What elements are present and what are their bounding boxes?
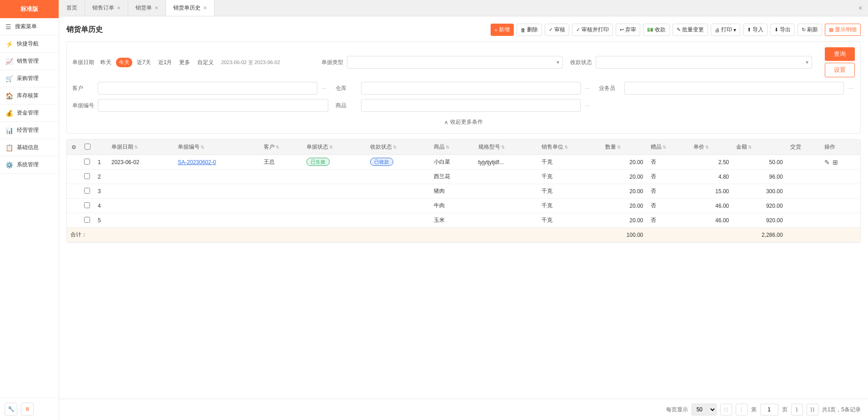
filter-goods-dots[interactable]: ···: [583, 102, 592, 109]
print-button[interactable]: 🖨 打印 ▾: [711, 24, 740, 36]
row-checkbox[interactable]: [84, 173, 90, 179]
sidebar-item-fund-mgmt[interactable]: 💰 资金管理: [0, 105, 59, 122]
filter-docnum-input[interactable]: [98, 99, 328, 112]
batch-change-button[interactable]: ✎ 批量变更: [672, 24, 708, 36]
sidebar-item-basic-info[interactable]: 📋 基础信息: [0, 139, 59, 156]
date-shortcut-custom[interactable]: 自定义: [195, 58, 216, 67]
tab-sales-order[interactable]: 销售订单 ✕: [85, 0, 128, 16]
cell-doc-number[interactable]: SA-20230602-0: [174, 155, 260, 170]
th-customer[interactable]: 客户⇅: [260, 140, 303, 155]
date-shortcut-today[interactable]: 今天: [116, 58, 132, 67]
tab-sales-goods[interactable]: 销货单 ✕: [128, 0, 166, 16]
th-quantity[interactable]: 数量⇅: [602, 140, 647, 155]
next-page-btn[interactable]: ⟩: [791, 404, 803, 415]
more-icon[interactable]: ⊞: [833, 159, 838, 166]
filter-customer-dots[interactable]: ···: [320, 85, 328, 91]
refresh-button[interactable]: ↻ 刷新: [798, 24, 822, 36]
doc-number-link[interactable]: SA-20230602-0: [178, 159, 216, 165]
filter-customer-item: 客户 ···: [72, 82, 328, 95]
query-button[interactable]: 查询: [825, 47, 855, 61]
th-doc-status[interactable]: 单据状态⇅: [303, 140, 366, 155]
tab-close-all[interactable]: ✕: [853, 5, 868, 11]
collapse-btn[interactable]: ∧ 收起更多条件: [72, 116, 855, 128]
abandon-button[interactable]: ↩ 弃审: [616, 24, 640, 36]
cell-checkbox[interactable]: [80, 199, 94, 213]
cell-checkbox[interactable]: [80, 155, 94, 170]
sidebar-pause-btn[interactable]: ⏸: [21, 403, 34, 415]
sidebar: 标准版 ☰ 搜索菜单 ⚡ 快捷导航 📈 销售管理 🛒 采购管理 🏠 库存核算 💰…: [0, 0, 59, 420]
sidebar-item-sales-mgmt[interactable]: 📈 销售管理: [0, 53, 59, 70]
tab-home[interactable]: 首页: [59, 0, 85, 16]
page-title: 销货单历史: [66, 25, 103, 35]
filter-pay-status-select[interactable]: [596, 56, 812, 69]
edit-icon[interactable]: ✎: [824, 159, 830, 166]
cell-doc-number: [174, 170, 260, 184]
th-settings[interactable]: ⚙: [67, 140, 80, 155]
filter-salesperson-input[interactable]: [624, 82, 844, 95]
audit-print-button[interactable]: ✓ 审核并打印: [572, 24, 613, 36]
sidebar-item-quick-nav[interactable]: ⚡ 快捷导航: [0, 35, 59, 53]
filter-salesperson-dots[interactable]: ···: [847, 85, 855, 91]
tab-sales-goods-close[interactable]: ✕: [155, 5, 158, 10]
row-checkbox[interactable]: [84, 159, 90, 165]
filter-customer-input[interactable]: [98, 82, 317, 95]
page-input[interactable]: [760, 404, 778, 415]
th-goods[interactable]: 商品⇅: [430, 140, 475, 155]
th-sales-unit[interactable]: 销售单位⇅: [538, 140, 602, 155]
import-button[interactable]: ⬆ 导入: [743, 24, 768, 36]
sidebar-item-search-menu[interactable]: ☰ 搜索菜单: [0, 18, 59, 35]
th-spec-type[interactable]: 规格型号⇅: [475, 140, 538, 155]
th-pay-status[interactable]: 收款状态⇅: [366, 140, 430, 155]
tab-sales-order-label: 销售订单: [92, 4, 114, 12]
th-doc-date[interactable]: 单据日期⇅: [108, 140, 174, 155]
sidebar-item-sys-mgmt[interactable]: ⚙️ 系统管理: [0, 156, 59, 174]
cell-pay-status: [366, 170, 430, 184]
th-doc-number[interactable]: 单据编号⇅: [174, 140, 260, 155]
date-shortcut-yesterday[interactable]: 昨天: [98, 58, 114, 67]
date-shortcut-1month[interactable]: 近1月: [156, 58, 175, 67]
sidebar-item-ops-mgmt[interactable]: 📊 经营管理: [0, 122, 59, 139]
add-button[interactable]: + 新增: [491, 24, 514, 36]
last-page-btn[interactable]: ⟩⟩: [807, 404, 818, 415]
filter-type-select[interactable]: [347, 56, 563, 69]
export-button[interactable]: ⬇ 导出: [770, 24, 795, 36]
date-shortcut-7days[interactable]: 近7天: [134, 58, 154, 67]
table-row: 12023-06-02SA-20230602-0王总已生效已收款小白菜tyjyt…: [67, 155, 860, 170]
row-checkbox[interactable]: [84, 188, 90, 194]
th-amount[interactable]: 金额⇅: [733, 140, 786, 155]
tab-sales-history[interactable]: 销货单历史 ✕: [166, 0, 215, 16]
tab-sales-history-close[interactable]: ✕: [203, 5, 207, 10]
delete-button[interactable]: 🗑 删除: [517, 24, 542, 36]
summary-label: 合计：: [67, 228, 108, 242]
summary-total-amount: 2,286.00: [733, 228, 786, 242]
summary-transaction-empty: [787, 228, 821, 242]
cell-customer: [260, 199, 303, 213]
sidebar-item-stock-calc[interactable]: 🏠 库存核算: [0, 87, 59, 105]
collect-button[interactable]: 💵 收款: [643, 24, 670, 36]
th-gift[interactable]: 赠品⇅: [647, 140, 690, 155]
cell-checkbox[interactable]: [80, 170, 94, 184]
sidebar-settings-btn[interactable]: 🔧: [5, 403, 17, 415]
th-checkbox[interactable]: [80, 140, 94, 155]
sidebar-item-purchase-mgmt[interactable]: 🛒 采购管理: [0, 70, 59, 87]
filter-warehouse-input[interactable]: [361, 82, 581, 95]
tab-sales-order-close[interactable]: ✕: [117, 5, 120, 10]
select-all-checkbox[interactable]: [85, 144, 90, 150]
date-shortcut-more[interactable]: 更多: [176, 58, 193, 67]
cell-settings: [67, 184, 80, 199]
first-page-btn[interactable]: ⟨⟨: [720, 404, 732, 415]
row-checkbox[interactable]: [84, 217, 90, 223]
per-page-select[interactable]: 50 20 100: [692, 404, 717, 415]
cell-checkbox[interactable]: [80, 213, 94, 228]
show-detail-button[interactable]: ▦ 显示明细: [825, 24, 861, 36]
filter-goods-input[interactable]: [361, 99, 581, 112]
filter-warehouse-dots[interactable]: ···: [583, 85, 592, 91]
prev-page-btn[interactable]: ⟨: [736, 404, 748, 415]
th-unit-price[interactable]: 单价⇅: [690, 140, 733, 155]
settings-button[interactable]: 设置: [825, 63, 855, 77]
row-checkbox[interactable]: [84, 202, 90, 208]
cell-action[interactable]: ✎⊞: [821, 155, 860, 170]
cell-pay-status: [366, 213, 430, 228]
audit-button[interactable]: ✓ 审核: [545, 24, 569, 36]
cell-checkbox[interactable]: [80, 184, 94, 199]
